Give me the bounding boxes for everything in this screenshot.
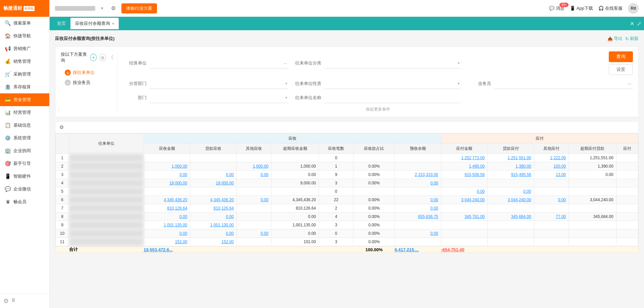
row-ap-amount[interactable]: 915,508.56 xyxy=(441,171,488,179)
row-loan-ap[interactable]: 1,390.00 xyxy=(488,162,534,171)
industry-solution-btn[interactable]: 体验行业方案 xyxy=(121,3,157,13)
dept-arrow[interactable]: ▾ xyxy=(285,96,287,99)
row-loan-ap[interactable] xyxy=(488,229,534,238)
row-loan-ap[interactable]: 345,684.00 xyxy=(488,213,534,221)
dropdown-icon[interactable]: ▾ xyxy=(99,5,105,12)
tab-maximize-btn[interactable]: ⤢ xyxy=(637,20,641,27)
row-ar-amount[interactable]: 0.00 xyxy=(144,229,190,238)
row-other-ar[interactable]: 1,000.00 xyxy=(236,162,271,171)
row-loan-ar[interactable]: 0.00 xyxy=(190,213,237,221)
partner-name-input[interactable] xyxy=(325,94,459,101)
row-other-ap[interactable]: 1,222.00 xyxy=(534,154,569,162)
table-scroll-area[interactable]: 往来单位 应收 应付 应收金额 贷款应收 其他应收 超期应收金额 应收笔数 应收… xyxy=(55,133,638,253)
row-prepaid[interactable] xyxy=(394,154,441,162)
row-ap-amount[interactable]: 1,252,773.00 xyxy=(441,154,488,162)
row-loan-ap[interactable]: 0.00 xyxy=(488,187,534,196)
user-avatar[interactable]: Rit xyxy=(628,3,639,14)
row-other-ar[interactable] xyxy=(236,154,271,162)
app-download-btn[interactable]: 📱 App下载 xyxy=(570,5,593,11)
row-other-ar[interactable] xyxy=(236,213,271,221)
sidebar-item-system[interactable]: ⚙️ 系统管理 xyxy=(0,132,49,144)
row-other-ap[interactable]: 77.00 xyxy=(534,213,569,221)
row-prepaid[interactable]: 0.00 xyxy=(394,204,441,213)
salesperson-input[interactable] xyxy=(495,80,628,87)
row-ar-amount[interactable]: 0.00 xyxy=(144,213,190,221)
partner-category-arrow[interactable]: ▾ xyxy=(458,61,460,65)
sidebar-item-hardware[interactable]: 📱 智能硬件 xyxy=(0,170,49,183)
row-loan-ar[interactable]: 18,000.00 xyxy=(190,179,237,187)
row-other-ar[interactable] xyxy=(236,221,271,229)
sidebar-settings-icon[interactable]: ⚙ xyxy=(3,297,9,305)
row-ap-amount[interactable]: 345,761.00 xyxy=(441,213,488,221)
row-ar-amount[interactable]: 4,345,436.20 xyxy=(144,196,190,204)
partner-nature-arrow[interactable]: ▾ xyxy=(458,82,460,85)
row-other-ar[interactable]: 0.00 xyxy=(236,196,271,204)
row-loan-ap[interactable] xyxy=(488,221,534,229)
row-ap-amount[interactable]: 0.00 xyxy=(441,187,488,196)
footer-ar-total[interactable]: 19,553,472.6... xyxy=(144,246,190,253)
sidebar-item-purchase[interactable]: 🛒 采购管理 xyxy=(0,68,49,81)
row-loan-ap[interactable]: 1,251,551.00 xyxy=(488,154,534,162)
sidebar-item-sales[interactable]: 💰 销售管理 xyxy=(0,55,49,68)
tab-close-window-btn[interactable]: ✕ xyxy=(630,20,634,27)
row-loan-ap[interactable]: 3,044,240.00 xyxy=(488,196,534,204)
row-other-ar[interactable] xyxy=(236,238,271,247)
row-ap-amount[interactable] xyxy=(441,221,488,229)
row-loan-ar[interactable] xyxy=(190,187,237,196)
settlement-input[interactable] xyxy=(151,59,283,67)
row-ap-amount[interactable] xyxy=(441,229,488,238)
row-loan-ar[interactable]: 0.00 xyxy=(190,171,237,179)
row-ar-amount[interactable]: 1,001,135.00 xyxy=(144,221,190,229)
row-ar-amount[interactable]: 0.00 xyxy=(144,171,190,179)
sidebar-item-inventory[interactable]: 🏦 库存核算 xyxy=(0,81,49,93)
row-ar-amount[interactable]: 152.00 xyxy=(144,238,190,247)
dept-input[interactable] xyxy=(151,94,285,101)
row-loan-ar[interactable]: 0.00 xyxy=(190,229,237,238)
row-prepaid[interactable]: 0.00 xyxy=(394,179,441,187)
salesperson-dots[interactable]: ··· xyxy=(628,81,632,86)
row-loan-ap[interactable] xyxy=(488,238,534,247)
row-other-ap[interactable] xyxy=(534,229,569,238)
row-loan-ar[interactable] xyxy=(190,162,237,171)
sidebar-item-basic[interactable]: 📋 基础信息 xyxy=(0,119,49,132)
refresh-btn[interactable]: ↻ 刷新 xyxy=(625,36,639,42)
row-prepaid[interactable] xyxy=(394,187,441,196)
row-other-ap[interactable] xyxy=(534,187,569,196)
table-settings-icon[interactable]: ⚙ xyxy=(59,124,64,130)
row-other-ap[interactable] xyxy=(534,204,569,213)
sidebar-item-guide[interactable]: 🎯 新手引导 xyxy=(0,157,49,170)
row-ar-amount[interactable]: 1,000.00 xyxy=(144,162,190,171)
messages-btn[interactable]: 💬 消息 99+ xyxy=(549,5,565,11)
sidebar-item-operation[interactable]: 📊 经营管理 xyxy=(0,106,49,119)
row-other-ar[interactable] xyxy=(236,187,271,196)
row-other-ar[interactable]: 0.00 xyxy=(236,171,271,179)
row-loan-ap[interactable] xyxy=(488,179,534,187)
row-loan-ar[interactable]: 4,345,436.20 xyxy=(190,196,237,204)
row-other-ar[interactable] xyxy=(236,204,271,213)
filter-option-partner[interactable]: ◎ 按往来单位 xyxy=(62,68,113,77)
row-ar-amount[interactable]: 18,000.00 xyxy=(144,179,190,187)
row-other-ar[interactable]: 0.00 xyxy=(236,229,271,238)
row-prepaid[interactable]: 655,636.75 xyxy=(394,213,441,221)
sidebar-item-enterprise[interactable]: 🏢 企业协同 xyxy=(0,144,49,157)
row-prepaid[interactable]: 0.00 xyxy=(394,229,441,238)
row-other-ap[interactable]: 0.00 xyxy=(534,196,569,204)
row-loan-ar[interactable]: 1,001,135.00 xyxy=(190,221,237,229)
row-ar-amount[interactable]: 810,126.64 xyxy=(144,204,190,213)
dept-charge-arrow[interactable]: ▾ xyxy=(285,82,287,85)
sidebar-item-quick[interactable]: 🏠 快捷导航 xyxy=(0,30,49,42)
dept-charge-input[interactable] xyxy=(151,80,285,87)
row-ap-amount[interactable] xyxy=(441,179,488,187)
footer-prepaid[interactable]: 6,417,215.... xyxy=(394,246,441,253)
settlement-dots[interactable]: ··· xyxy=(283,60,287,66)
row-ar-amount[interactable] xyxy=(144,154,190,162)
row-other-ap[interactable]: 13.00 xyxy=(534,171,569,179)
footer-ap-total[interactable]: -654,751.40 xyxy=(441,246,488,253)
filter-scheme-btn[interactable]: ◎ xyxy=(99,54,106,61)
row-other-ap[interactable]: 100.00 xyxy=(534,162,569,171)
sidebar-item-wechat[interactable]: 💬 企业微信 xyxy=(0,183,49,195)
gear-icon[interactable]: ⚙ xyxy=(109,4,118,13)
online-service-btn[interactable]: 🎧 在线客服 xyxy=(598,5,623,11)
sidebar-item-search[interactable]: 🔍 搜索菜单 xyxy=(0,17,49,30)
row-loan-ar[interactable]: 810,126.64 xyxy=(190,204,237,213)
